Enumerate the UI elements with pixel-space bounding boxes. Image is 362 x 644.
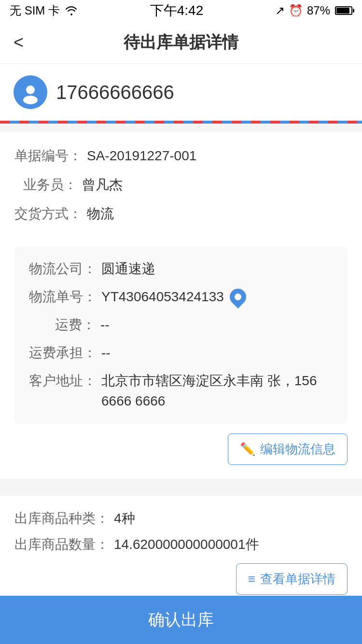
customer-phone: 17666666666 <box>56 82 174 103</box>
view-detail-button[interactable]: ≡ 查看单据详情 <box>236 563 348 595</box>
address-row: 客户地址： 北京市市辖区海淀区永丰南 张，156 6666 6666 <box>29 371 333 411</box>
svg-point-1 <box>26 85 35 94</box>
goods-quantity-value: 14.620000000000001件 <box>114 535 259 554</box>
location-icon: ↗ <box>275 4 285 17</box>
goods-quantity-row: 出库商品数量： 14.620000000000001件 <box>14 535 348 554</box>
status-right: ↗ ⏰ 87% <box>275 4 352 17</box>
freight-label: 运费： <box>29 315 100 335</box>
carrier-text: 无 SIM 卡 <box>10 3 60 18</box>
goods-types-row: 出库商品种类： 4种 <box>14 509 348 528</box>
confirm-button[interactable]: 确认出库 <box>148 609 214 631</box>
salesman-label: 业务员： <box>14 175 82 195</box>
salesman-value: 曾凡杰 <box>82 175 348 195</box>
edit-logistics-label: 编辑物流信息 <box>260 441 335 458</box>
wifi-icon <box>65 6 78 15</box>
logistics-company-row: 物流公司： 圆通速递 <box>29 259 333 279</box>
delivery-value: 物流 <box>87 204 348 224</box>
status-bar: 无 SIM 卡 下午4:42 ↗ ⏰ 87% <box>0 0 362 21</box>
logistics-tracking-row: 物流单号： YT43064053424133 <box>29 287 333 307</box>
logistics-company-value: 圆通速递 <box>101 259 333 279</box>
address-value: 北京市市辖区海淀区永丰南 张，156 6666 6666 <box>101 371 333 411</box>
dashed-divider <box>0 121 362 124</box>
edit-btn-area: ✏️ 编辑物流信息 <box>14 434 348 465</box>
nav-bar: < 待出库单据详情 <box>0 21 362 64</box>
edit-logistics-button[interactable]: ✏️ 编辑物流信息 <box>228 434 348 465</box>
detail-icon: ≡ <box>248 572 255 587</box>
logistics-company-label: 物流公司： <box>29 259 101 279</box>
logistics-tracking-value: YT43064053424133 <box>101 287 333 307</box>
status-left: 无 SIM 卡 <box>10 3 78 18</box>
confirm-bar[interactable]: 确认出库 <box>0 596 362 644</box>
logistics-section: 物流公司： 圆通速递 物流单号： YT43064053424133 运费： --… <box>0 238 362 478</box>
freight-value: -- <box>100 315 333 335</box>
freight-bearer-row: 运费承担： -- <box>29 343 333 363</box>
edit-icon: ✏️ <box>240 442 255 457</box>
avatar <box>14 75 47 109</box>
customer-header: 17666666666 <box>0 64 362 121</box>
logistics-card: 物流公司： 圆通速递 物流单号： YT43064053424133 运费： --… <box>14 246 348 424</box>
address-label: 客户地址： <box>29 371 101 391</box>
battery-icon <box>335 6 352 15</box>
section-divider <box>0 478 362 487</box>
order-no-value: SA-20191227-001 <box>87 146 348 166</box>
delivery-label: 交货方式： <box>14 204 87 224</box>
svg-point-2 <box>23 96 38 104</box>
logistics-tracking-label: 物流单号： <box>29 287 101 307</box>
order-no-row: 单据编号： SA-20191227-001 <box>14 146 348 166</box>
battery-text: 87% <box>307 4 330 17</box>
goods-quantity-label: 出库商品数量： <box>14 535 114 554</box>
alarm-icon: ⏰ <box>289 4 303 17</box>
status-time: 下午4:42 <box>150 1 204 20</box>
location-pin-icon[interactable] <box>226 285 250 308</box>
salesman-row: 业务员： 曾凡杰 <box>14 175 348 195</box>
view-detail-label: 查看单据详情 <box>260 571 335 588</box>
order-no-label: 单据编号： <box>14 146 87 166</box>
goods-types-value: 4种 <box>114 509 135 528</box>
delivery-row: 交货方式： 物流 <box>14 204 348 224</box>
freight-bearer-label: 运费承担： <box>29 343 101 363</box>
freight-bearer-value: -- <box>101 343 333 363</box>
freight-row: 运费： -- <box>29 315 333 335</box>
page-title: 待出库单据详情 <box>124 31 238 54</box>
order-info-section: 单据编号： SA-20191227-001 业务员： 曾凡杰 交货方式： 物流 <box>0 132 362 238</box>
goods-section: 出库商品种类： 4种 出库商品数量： 14.620000000000001件 ≡… <box>0 496 362 608</box>
goods-types-label: 出库商品种类： <box>14 509 114 528</box>
back-button[interactable]: < <box>14 32 24 53</box>
detail-btn-area: ≡ 查看单据详情 <box>14 563 348 595</box>
